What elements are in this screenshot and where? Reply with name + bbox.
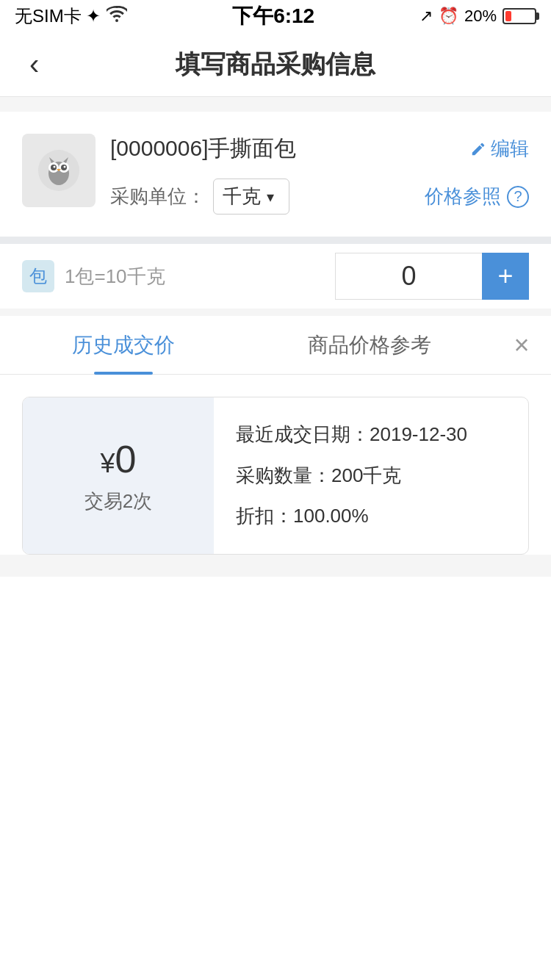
svg-point-7	[64, 166, 66, 168]
tab-active-indicator	[94, 372, 153, 375]
quantity-input[interactable]	[335, 253, 482, 300]
currency-symbol: ¥	[101, 448, 115, 478]
page-title: 填写商品采购信息	[176, 48, 375, 82]
recent-date-row: 最近成交日期：2019-12-30	[236, 419, 506, 450]
tab-section: 历史成交价 商品价格参考 × ¥0 交易2次 最近成交日期：2019-12-30…	[0, 316, 551, 555]
price-card: ¥0 交易2次 最近成交日期：2019-12-30 采购数量：200千克 折扣：…	[22, 397, 529, 555]
bag-unit-icon: 包	[22, 260, 54, 292]
unit-value: 千克	[223, 184, 261, 209]
product-name-row: [0000006]手撕面包 编辑	[110, 134, 529, 164]
carrier-text: 无SIM卡 ✦	[15, 4, 101, 28]
product-image	[22, 134, 96, 207]
edit-icon	[470, 141, 486, 157]
price-summary: ¥0 交易2次	[23, 397, 214, 554]
product-logo-icon	[37, 148, 81, 192]
tab-history-price[interactable]: 历史成交价	[0, 316, 246, 375]
time-display: 下午6:12	[232, 2, 314, 30]
unit-row: 采购单位： 千克 ▾ 价格参照 ?	[110, 179, 529, 215]
bottom-space	[0, 577, 551, 980]
nav-bar: ‹ 填写商品采购信息	[0, 32, 551, 97]
status-right: ↗ ⏰ 20%	[419, 7, 536, 26]
edit-button[interactable]: 编辑	[470, 136, 529, 162]
unit-label: 采购单位：	[110, 184, 206, 209]
svg-point-6	[54, 166, 56, 168]
alarm-icon: ⏰	[439, 7, 458, 26]
product-card: [0000006]手撕面包 编辑 采购单位： 千克 ▾ 价格	[0, 112, 551, 237]
tab-close-button[interactable]: ×	[492, 316, 551, 375]
battery-percent: 20%	[464, 7, 497, 26]
purchase-qty-row: 采购数量：200千克	[236, 461, 506, 491]
price-reference-button[interactable]: 价格参照 ?	[425, 184, 529, 209]
quantity-row: 包 1包=10千克 +	[0, 244, 551, 309]
bag-conversion-label: 1包=10千克	[65, 264, 165, 289]
info-icon: ?	[507, 186, 529, 208]
status-bar: 无SIM卡 ✦ 下午6:12 ↗ ⏰ 20%	[0, 0, 551, 32]
discount-row: 折扣：100.00%	[236, 501, 506, 532]
trade-count: 交易2次	[84, 489, 152, 514]
quantity-label-group: 包 1包=10千克	[22, 260, 165, 292]
plus-button[interactable]: +	[482, 253, 529, 300]
price-details: 最近成交日期：2019-12-30 采购数量：200千克 折扣：100.00%	[214, 397, 528, 554]
back-button[interactable]: ‹	[22, 40, 46, 88]
status-left: 无SIM卡 ✦	[15, 4, 127, 28]
section-divider	[0, 237, 551, 244]
quantity-input-group: +	[335, 253, 529, 300]
price-value: 0	[115, 438, 137, 480]
product-info: [0000006]手撕面包 编辑 采购单位： 千克 ▾ 价格	[110, 134, 529, 215]
tab-history-label: 历史成交价	[72, 331, 175, 359]
location-icon: ↗	[419, 7, 433, 26]
tab-price-reference[interactable]: 商品价格参考	[246, 316, 492, 375]
product-header: [0000006]手撕面包 编辑 采购单位： 千克 ▾ 价格	[22, 134, 529, 215]
tab-price-ref-label: 商品价格参考	[308, 331, 431, 359]
battery-icon	[503, 8, 536, 24]
dropdown-arrow-icon: ▾	[267, 188, 274, 206]
wifi-icon	[107, 6, 127, 26]
unit-select-dropdown[interactable]: 千克 ▾	[213, 179, 289, 215]
tab-bar: 历史成交价 商品价格参考 ×	[0, 316, 551, 375]
product-name: [0000006]手撕面包	[110, 134, 296, 164]
price-ref-label: 价格参照	[425, 184, 501, 209]
price-amount: ¥0	[101, 437, 137, 481]
